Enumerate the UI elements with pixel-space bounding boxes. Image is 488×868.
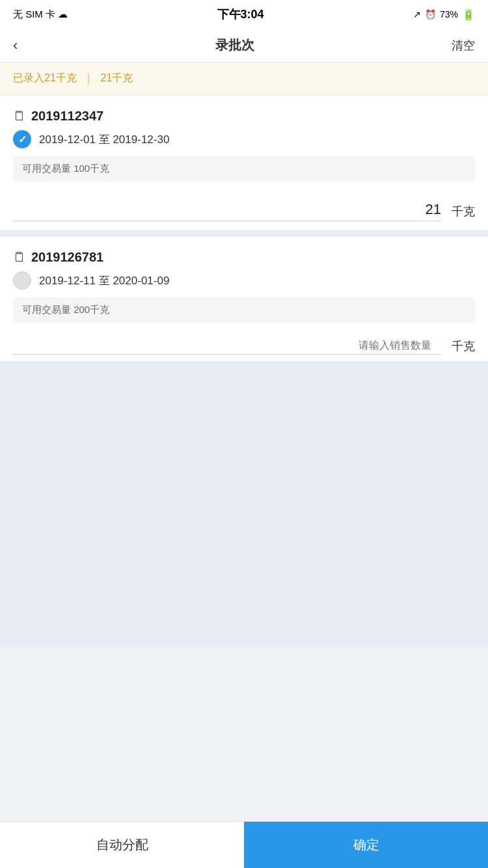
- back-button[interactable]: ‹: [13, 37, 18, 54]
- status-time: 下午3:04: [217, 7, 264, 22]
- batch2-icon: 🗒: [13, 250, 26, 265]
- batch1-radio[interactable]: ✓: [13, 130, 31, 148]
- gray-area: [0, 361, 488, 647]
- bottom-bar: 自动分配 确定: [0, 821, 488, 868]
- batch2-input-row[interactable]: 千克: [0, 333, 488, 361]
- batch1-date-row[interactable]: ✓ 2019-12-01 至 2019-12-30: [13, 130, 475, 148]
- summary-label: 已录入21千克: [13, 72, 77, 85]
- summary-banner: 已录入21千克 | 21千克: [0, 62, 488, 94]
- batch1-card: 🗒 2019112347 ✓ 2019-12-01 至 2019-12-30 可…: [0, 96, 488, 192]
- confirm-button[interactable]: 确定: [244, 822, 488, 868]
- batch1-qty-row: 21 千克: [0, 192, 488, 230]
- summary-divider: |: [87, 72, 90, 85]
- batch2-card: 🗒 2019126781 2019-12-11 至 2020-01-09 可用交…: [0, 237, 488, 333]
- batch2-available-qty: 可用交易量 200千克: [13, 297, 475, 323]
- location-icon: ↗: [413, 9, 421, 20]
- no-sim-text: 无 SIM 卡 ☁: [13, 8, 68, 21]
- batch2-radio[interactable]: [13, 271, 31, 290]
- battery-text: 73%: [440, 9, 458, 20]
- batch2-number: 2019126781: [31, 250, 103, 265]
- batch2-date-row[interactable]: 2019-12-11 至 2020-01-09: [13, 271, 475, 290]
- batch2-qty-input[interactable]: [13, 337, 441, 355]
- batch2-number-row: 🗒 2019126781: [13, 250, 475, 265]
- batch1-unit: 千克: [452, 204, 475, 219]
- battery-icon: 🔋: [462, 8, 475, 21]
- batch2-date: 2019-12-11 至 2020-01-09: [39, 273, 169, 288]
- status-bar: 无 SIM 卡 ☁ 下午3:04 ↗ ⏰ 73% 🔋: [0, 0, 488, 29]
- status-left: 无 SIM 卡 ☁: [13, 8, 68, 21]
- batch1-number-row: 🗒 2019112347: [13, 109, 475, 124]
- summary-value: 21千克: [100, 72, 133, 85]
- auto-distribute-button[interactable]: 自动分配: [0, 822, 244, 868]
- status-right: ↗ ⏰ 73% 🔋: [413, 8, 475, 21]
- batch1-qty-value: 21: [426, 201, 441, 218]
- checkmark-icon: ✓: [18, 133, 27, 146]
- batch2-unit: 千克: [452, 338, 475, 354]
- batch1-date: 2019-12-01 至 2019-12-30: [39, 132, 169, 147]
- batch1-number: 2019112347: [31, 109, 103, 124]
- batch1-icon: 🗒: [13, 109, 26, 124]
- page-title: 录批次: [215, 36, 254, 54]
- section-divider: [0, 230, 488, 237]
- clear-button[interactable]: 清空: [452, 38, 475, 53]
- nav-bar: ‹ 录批次 清空: [0, 29, 488, 62]
- alarm-icon: ⏰: [425, 9, 436, 20]
- batch1-available-qty: 可用交易量 100千克: [13, 156, 475, 182]
